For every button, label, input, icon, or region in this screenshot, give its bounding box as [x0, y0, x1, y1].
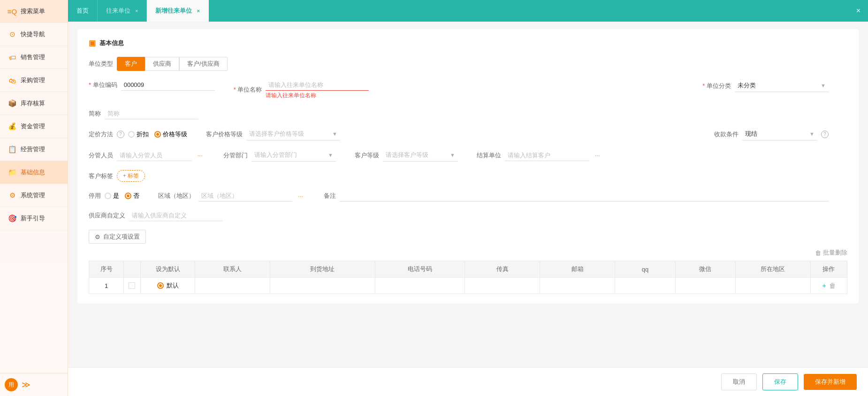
sidebar-item-search[interactable]: ≡Q 搜索菜单 — [0, 0, 68, 23]
col-qq: qq — [615, 261, 675, 278]
unit-type-customer-btn[interactable]: 客户 — [117, 57, 145, 71]
short-name-input[interactable] — [105, 108, 198, 119]
row-phone-input[interactable] — [396, 282, 443, 289]
sidebar-item-purchase[interactable]: 🛍 采购管理 — [0, 69, 68, 92]
tab-partner-close[interactable]: × — [135, 8, 138, 14]
code-input[interactable] — [121, 79, 215, 91]
settlement-group: 结算单位 ··· — [477, 150, 602, 161]
pricing-row: 定价方法 ? 折扣 价格等级 客户价格等级 — [89, 128, 847, 140]
manager-input[interactable] — [117, 150, 192, 161]
tab-home-label: 首页 — [76, 7, 89, 15]
row-qq-cell[interactable] — [615, 278, 675, 294]
short-name-row: 简称 — [89, 108, 847, 119]
disabled-no-option[interactable]: 否 — [125, 192, 139, 200]
disabled-row: 停用 是 否 区域（地区） ··· — [89, 190, 847, 202]
supplier-custom-input[interactable] — [129, 210, 223, 221]
customer-level-placeholder: 请选择客户等级 — [386, 151, 447, 159]
remark-input[interactable] — [340, 190, 829, 202]
manager-more-btn[interactable]: ··· — [196, 152, 205, 159]
user-avatar[interactable]: 用 — [5, 378, 18, 391]
row-checkbox[interactable] — [129, 282, 135, 289]
row-add-icon[interactable]: + — [822, 282, 826, 289]
unit-type-supplier-btn[interactable]: 供应商 — [145, 57, 179, 71]
tab-add-partner-close[interactable]: × — [197, 8, 199, 14]
sidebar-item-label: 搜索菜单 — [21, 7, 45, 16]
unit-type-both-btn[interactable]: 客户/供应商 — [179, 57, 228, 71]
sidebar-item-quicknav[interactable]: ⊙ 快捷导航 — [0, 23, 68, 46]
pricing-discount-option[interactable]: 折扣 — [128, 130, 149, 139]
customer-level-select[interactable]: 请选择客户等级 ▼ — [383, 149, 458, 162]
sidebar-item-operations[interactable]: 📋 经营管理 — [0, 138, 68, 161]
tab-home[interactable]: 首页 — [68, 0, 98, 22]
tab-add-partner[interactable]: 新增往来单位 × — [147, 0, 208, 22]
sidebar-item-system[interactable]: ⚙ 系统管理 — [0, 184, 68, 207]
row-fax-cell[interactable] — [465, 278, 540, 294]
payment-help-icon[interactable]: ? — [821, 131, 829, 138]
dept-group: 分管部门 请输入分管部门 ▼ — [223, 149, 336, 162]
category-group: 单位分类 未分类 ▼ — [702, 79, 829, 92]
sidebar-item-label: 采购管理 — [21, 76, 45, 85]
supplier-custom-label: 供应商自定义 — [89, 211, 125, 220]
settlement-input[interactable] — [505, 150, 589, 161]
row-address-cell[interactable] — [270, 278, 375, 294]
sidebar-item-base[interactable]: 📁 基础信息 — [0, 161, 68, 184]
payment-select[interactable]: 现结 ▼ — [742, 128, 817, 140]
batch-delete-area: 🗑 批量删除 — [89, 248, 847, 257]
row-delete-icon[interactable]: 🗑 — [829, 282, 836, 289]
row-location-cell[interactable] — [735, 278, 810, 294]
pricing-level-option[interactable]: 价格等级 — [154, 130, 187, 139]
row-fax-input[interactable] — [484, 282, 521, 289]
settlement-label: 结算单位 — [477, 151, 501, 160]
tags-label: 客户标签 — [89, 172, 113, 180]
pricing-help-icon[interactable]: ? — [117, 131, 124, 138]
sidebar-item-guide[interactable]: 🎯 新手引导 — [0, 207, 68, 230]
row-address-input[interactable] — [294, 282, 350, 289]
save-and-new-button[interactable]: 保存并新增 — [804, 374, 857, 390]
row-email-cell[interactable] — [540, 278, 615, 294]
finance-icon: 💰 — [8, 122, 17, 131]
row-location-input[interactable] — [754, 282, 792, 289]
sidebar-item-finance[interactable]: 💰 资金管理 — [0, 115, 68, 138]
table-header-row: 序号 设为默认 联系人 到货地址 电话号码 传真 邮箱 qq 微信 所在地区 操… — [89, 261, 847, 278]
dept-select[interactable]: 请输入分管部门 ▼ — [251, 149, 336, 162]
add-tag-button[interactable]: + 标签 — [117, 170, 145, 182]
sidebar-item-inventory[interactable]: 📦 库存核算 — [0, 92, 68, 115]
purchase-icon: 🛍 — [8, 76, 17, 85]
category-select[interactable]: 未分类 ▼ — [735, 79, 829, 92]
row-contact-cell[interactable] — [195, 278, 270, 294]
custom-settings-button[interactable]: ⚙ 自定义项设置 — [89, 230, 146, 244]
page-content: ▣ 基本信息 单位类型 客户 供应商 客户/供应商 单位编码 — [68, 22, 868, 367]
settlement-more-btn[interactable]: ··· — [593, 152, 602, 159]
pricing-discount-radio — [128, 131, 135, 138]
dept-label: 分管部门 — [223, 151, 248, 160]
disabled-yes-option[interactable]: 是 — [105, 192, 119, 200]
expand-icon[interactable]: ≫ — [22, 380, 30, 390]
row-contact-input[interactable] — [214, 282, 251, 289]
remark-label: 备注 — [324, 192, 336, 200]
name-input[interactable] — [266, 79, 369, 91]
batch-delete-button[interactable]: 🗑 批量删除 — [815, 248, 847, 257]
customer-price-chevron-icon: ▼ — [332, 131, 337, 137]
window-close-button[interactable]: × — [849, 7, 868, 15]
payment-label: 收款条件 — [714, 130, 739, 139]
row-phone-cell[interactable] — [375, 278, 465, 294]
row-default-radio[interactable] — [157, 282, 164, 289]
cancel-button[interactable]: 取消 — [721, 373, 757, 390]
sidebar-item-sales[interactable]: 🏷 销售管理 — [0, 46, 68, 69]
customer-price-select[interactable]: 请选择客户价格等级 ▼ — [246, 128, 340, 140]
page-footer: 取消 保存 保存并新增 — [68, 367, 868, 396]
search-icon: ≡Q — [8, 7, 17, 16]
row-qq-input[interactable] — [631, 282, 659, 289]
unit-type-row: 单位类型 客户 供应商 客户/供应商 — [89, 57, 847, 71]
region-input[interactable] — [198, 190, 292, 202]
region-more-btn[interactable]: ··· — [296, 193, 305, 200]
row-email-input[interactable] — [559, 282, 596, 289]
section-title: 基本信息 — [99, 39, 124, 47]
tab-partner[interactable]: 往来单位 × — [98, 0, 147, 22]
save-button[interactable]: 保存 — [762, 373, 798, 390]
row-wechat-cell[interactable] — [675, 278, 735, 294]
basic-info-card: ▣ 基本信息 单位类型 客户 供应商 客户/供应商 单位编码 — [77, 29, 859, 303]
short-name-group: 简称 — [89, 108, 198, 119]
name-label: 单位名称 — [234, 85, 262, 94]
row-wechat-input[interactable] — [691, 282, 719, 289]
